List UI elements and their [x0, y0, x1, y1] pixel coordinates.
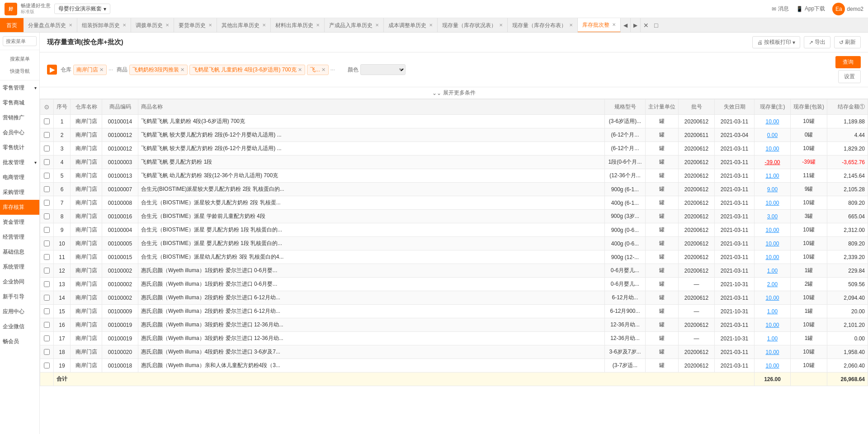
color-select[interactable] [360, 64, 406, 75]
row-code: 00100009 [102, 305, 138, 318]
sidebar-item-inventory-mgmt[interactable]: 库存核算 [0, 200, 39, 215]
filter-expand-btn[interactable]: ▶ [47, 65, 57, 75]
row-checkbox-cell [40, 305, 54, 318]
gear-icon[interactable]: ⚙ [44, 104, 50, 111]
tag-close-icon[interactable]: ✕ [298, 67, 302, 73]
tab-stock-dist[interactable]: 现存量（库存分布表） ✕ [508, 18, 578, 33]
sidebar-item-wholesale-mgmt[interactable]: 批发管理 ▾ [0, 155, 39, 170]
row-warehouse: 南岸门店 [71, 128, 102, 142]
row-expire: 2021-03-11 [715, 264, 755, 278]
sidebar-item-enterprise-wechat[interactable]: 企业微信 [0, 319, 39, 334]
sidebar-item-basic-info[interactable]: 基础信息 [0, 245, 39, 259]
tab-close-icon[interactable]: ✕ [499, 18, 503, 33]
row-checkbox[interactable] [44, 186, 50, 192]
tab-material-outbound[interactable]: 材料出库单历史 ✕ [271, 18, 325, 33]
row-checkbox[interactable] [44, 146, 50, 151]
sidebar-item-enterprise-collab[interactable]: 企业协同 [0, 274, 39, 289]
setting-btn[interactable]: 设置 [838, 70, 861, 83]
row-warehouse: 南岸门店 [71, 291, 102, 305]
search-input[interactable] [3, 36, 37, 46]
tag-close-icon[interactable]: ✕ [321, 67, 326, 73]
expand-conditions-btn[interactable]: ⌄⌄ 展开更多条件 [432, 89, 476, 97]
tab-close-icon[interactable]: ✕ [612, 18, 616, 32]
tab-close-icon[interactable]: ✕ [123, 18, 126, 33]
tab-cost-adjust[interactable]: 成本调整单历史 ✕ [384, 18, 438, 33]
tab-disassemble[interactable]: 组装拆卸单历史 ✕ [77, 18, 131, 33]
tab-close-icon[interactable]: ✕ [569, 18, 573, 33]
row-checkbox[interactable] [44, 132, 50, 138]
tab-next-btn[interactable]: ▶ [631, 18, 641, 33]
tab-stock-status[interactable]: 现存量（库存状况表） ✕ [438, 18, 508, 33]
row-checkbox[interactable] [44, 295, 50, 301]
row-checkbox[interactable] [44, 281, 50, 287]
sidebar-item-search-menu[interactable]: 搜索菜单 [0, 53, 39, 65]
row-checkbox[interactable] [44, 335, 50, 341]
tab-close-icon[interactable]: ✕ [165, 18, 169, 33]
tab-maximize-btn[interactable]: □ [651, 18, 660, 33]
row-spec: 900g (12-... [605, 250, 646, 264]
row-checkbox[interactable] [44, 159, 50, 165]
sidebar-item-quick-nav[interactable]: 快捷导航 [0, 65, 39, 77]
row-checkbox[interactable] [44, 308, 50, 314]
row-checkbox[interactable] [44, 118, 50, 124]
tab-close-icon[interactable]: ✕ [262, 18, 266, 33]
messages-btn[interactable]: ✉ 消息 [772, 5, 789, 13]
sidebar-item-ecommerce-mgmt[interactable]: 电商管理 [0, 170, 39, 185]
sidebar-item-retail-mall[interactable]: 零售商城 [0, 95, 39, 110]
sidebar-item-member-center[interactable]: 会员中心 [0, 125, 39, 140]
sidebar-item-app-center[interactable]: 应用中心 [0, 304, 39, 319]
row-checkbox[interactable] [44, 241, 50, 246]
refresh-btn[interactable]: ↺ 刷新 [834, 36, 861, 48]
sidebar-item-retail-mgmt[interactable]: 零售管理 ▾ [0, 80, 39, 95]
row-checkbox[interactable] [44, 268, 50, 274]
tab-close-btn[interactable]: ✕ [641, 18, 651, 33]
row-checkbox[interactable] [44, 322, 50, 328]
row-checkbox[interactable] [44, 254, 50, 260]
tab-close-icon[interactable]: ✕ [375, 18, 379, 33]
tab-close-icon[interactable]: ✕ [208, 18, 212, 33]
tab-close-icon[interactable]: ✕ [429, 18, 433, 33]
print-btn[interactable]: 🖨 按模板打印 ▾ [752, 36, 800, 48]
table-row: 1 南岸门店 00100014 飞鹤星飞帆 儿童奶粉 4段(3-6岁适用) 70… [40, 115, 868, 128]
tab-warehouse-batch[interactable]: 库存批次整 ✕ [578, 18, 621, 33]
tab-prev-btn[interactable]: ◀ [621, 18, 631, 33]
sidebar-item-new-guide[interactable]: 新手引导 [0, 289, 39, 304]
tab-product-inbound[interactable]: 产成品入库单历史 ✕ [325, 18, 384, 33]
sidebar-item-marketing[interactable]: 营销推广 [0, 110, 39, 125]
sidebar-item-purchase-mgmt[interactable]: 采购管理 [0, 185, 39, 200]
col-header-checkbox: ⚙ [40, 99, 54, 115]
company-selector[interactable]: 母婴行业演示账套 ▾ [54, 4, 110, 14]
row-name: 惠氏启颜（Wyeth illuma）3段奶粉 爱尔兰进口 12-36月幼... [138, 318, 605, 332]
row-checkbox[interactable] [44, 227, 50, 233]
tag-close-icon[interactable]: ✕ [180, 67, 184, 73]
tab-other-outbound[interactable]: 其他出库单历史 ✕ [217, 18, 271, 33]
user-profile[interactable]: Ea demo2 [832, 3, 863, 15]
tab-close-icon[interactable]: ✕ [69, 18, 72, 33]
row-warehouse: 南岸门店 [71, 196, 102, 210]
tag-close-icon[interactable]: ✕ [99, 67, 104, 73]
row-checkbox[interactable] [44, 363, 50, 368]
tab-requisition[interactable]: 要货单历史 ✕ [174, 18, 217, 33]
tab-close-icon[interactable]: ✕ [316, 18, 320, 33]
row-batch: 20200612 [679, 359, 715, 373]
row-checkbox[interactable] [44, 349, 50, 355]
table-wrapper[interactable]: ⚙ 序号 仓库名称 商品编码 商品名称 规格型号 主计量单位 批号 失效日期 现… [40, 99, 868, 434]
row-balance: 2,094.40 [827, 291, 868, 305]
query-btn[interactable]: 查询 [835, 56, 861, 68]
sidebar-item-finance-mgmt[interactable]: 资金管理 [0, 215, 39, 230]
row-expire: 2021-03-11 [715, 115, 755, 128]
export-btn[interactable]: ↗ 导出 [804, 36, 830, 48]
row-checkbox[interactable] [44, 173, 50, 179]
row-balance: 509.56 [827, 278, 868, 291]
row-checkbox[interactable] [44, 200, 50, 206]
tab-split-inventory[interactable]: 分量盘点单历史 ✕ [24, 18, 77, 33]
sidebar-item-operations-mgmt[interactable]: 经营管理 [0, 230, 39, 245]
print-icon: 🖨 [757, 39, 763, 46]
sidebar-item-member-card[interactable]: 畅会员 [0, 334, 39, 349]
app-download-btn[interactable]: 📱 App下载 [796, 5, 825, 13]
sidebar-item-retail-stats[interactable]: 零售统计 [0, 140, 39, 155]
row-checkbox[interactable] [44, 213, 50, 219]
tab-home[interactable]: 首页 [0, 18, 24, 33]
tab-transfer[interactable]: 调拨单历史 ✕ [131, 18, 174, 33]
sidebar-item-system-mgmt[interactable]: 系统管理 [0, 259, 39, 274]
